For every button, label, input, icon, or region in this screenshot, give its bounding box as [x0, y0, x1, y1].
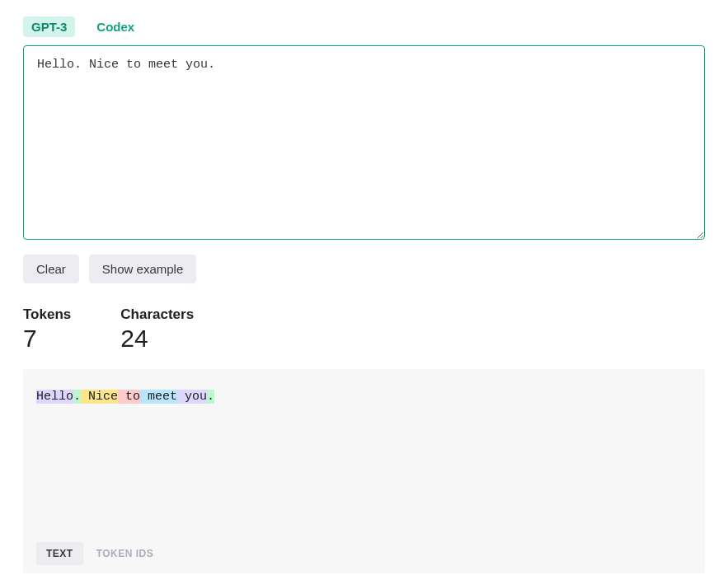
button-row: Clear Show example	[23, 255, 705, 283]
token-visualization-panel: Hello. Nice to meet you. TEXT TOKEN IDS	[23, 369, 705, 573]
token-span: to	[118, 390, 140, 404]
token-span: .	[207, 390, 214, 404]
token-span: you	[177, 390, 207, 404]
tokenizer-input[interactable]	[23, 45, 705, 240]
stats-row: Tokens 7 Characters 24	[23, 306, 705, 353]
characters-stat: Characters 24	[120, 306, 194, 353]
view-mode-tabs: TEXT TOKEN IDS	[36, 542, 692, 565]
show-example-button[interactable]: Show example	[89, 255, 196, 283]
token-span: .	[73, 390, 81, 404]
model-tabs: GPT-3 Codex	[23, 16, 705, 37]
characters-value: 24	[120, 325, 194, 353]
view-tab-text[interactable]: TEXT	[36, 542, 83, 565]
token-display: Hello. Nice to meet you.	[36, 387, 692, 407]
token-span: meet	[140, 390, 177, 404]
characters-label: Characters	[120, 306, 194, 323]
token-span: Nice	[81, 390, 118, 404]
tab-codex[interactable]: Codex	[88, 16, 143, 37]
tokens-stat: Tokens 7	[23, 306, 71, 353]
token-span: Hello	[36, 390, 73, 404]
clear-button[interactable]: Clear	[23, 255, 79, 283]
tokens-label: Tokens	[23, 306, 71, 323]
view-tab-token-ids[interactable]: TOKEN IDS	[87, 542, 164, 565]
tokens-value: 7	[23, 325, 71, 353]
tab-gpt3[interactable]: GPT-3	[23, 16, 75, 37]
